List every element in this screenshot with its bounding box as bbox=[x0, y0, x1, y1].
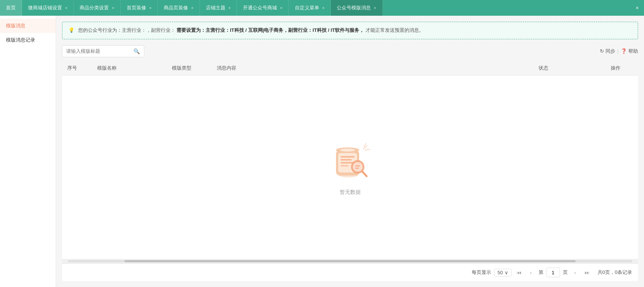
next-page-button[interactable]: › bbox=[571, 268, 580, 277]
sync-button[interactable]: ↻ 同步 bbox=[600, 48, 615, 55]
th-type: 模版类型 bbox=[167, 61, 212, 75]
nav-label-open-wechat-mall: 开通公众号商城 bbox=[243, 4, 277, 11]
info-banner-suffix: 才能正常发送预置的消息。 bbox=[366, 27, 424, 33]
info-banner-prefix: 您的公众号行业为：主营行业：，副营行业： bbox=[78, 27, 175, 33]
help-icon: ❓ bbox=[621, 48, 627, 54]
sync-label: 同步 bbox=[606, 48, 615, 55]
close-icon-custom-menu[interactable]: × bbox=[322, 6, 324, 10]
per-page-label: 每页显示 bbox=[472, 269, 491, 276]
page-unit: 页 bbox=[563, 269, 568, 276]
toolbar-left: 🔍 bbox=[62, 45, 144, 57]
search-input[interactable] bbox=[66, 48, 133, 54]
search-input-wrap[interactable]: 🔍 bbox=[62, 45, 144, 57]
sidebar-item-label-template-message-log: 模版消息记录 bbox=[6, 37, 35, 43]
sidebar-item-template-message-log[interactable]: 模版消息记录 bbox=[0, 33, 56, 47]
main-layout: 模版消息 模版消息记录 💡 您的公众号行业为：主营行业：，副营行业： 需要设置为… bbox=[0, 16, 644, 287]
data-table: 序号 模版名称 模版类型 消息内容 状态 操作 bbox=[62, 61, 638, 281]
close-icon-wechat-template[interactable]: × bbox=[374, 6, 376, 10]
info-banner-highlight: 需要设置为：主营行业：IT科技 / 互联网|电子商务，副营行业：IT科技 / I… bbox=[176, 27, 364, 33]
nav-label-wechat-template: 公众号模版消息 bbox=[337, 4, 371, 11]
th-name: 模版名称 bbox=[92, 61, 167, 75]
th-status: 状态 bbox=[533, 61, 593, 75]
toolbar-right: ↻ 同步 | ❓ 帮助 bbox=[600, 48, 638, 55]
total-info: 共0页，0条记录 bbox=[598, 269, 632, 276]
empty-illustration bbox=[328, 139, 373, 184]
nav-item-product-category[interactable]: 商品分类设置 × bbox=[74, 0, 120, 16]
pagination: 每页显示 50 ∨ ⏮ ‹ 第 页 › ⏭ bbox=[62, 263, 638, 281]
empty-state: 暂无数据 bbox=[328, 139, 373, 196]
content-area: 💡 您的公众号行业为：主营行业：，副营行业： 需要设置为：主营行业：IT科技 /… bbox=[56, 16, 644, 287]
nav-label-home: 首页 bbox=[6, 4, 16, 11]
per-page-select[interactable]: 50 ∨ bbox=[494, 269, 511, 277]
svg-rect-5 bbox=[341, 162, 353, 164]
help-label: 帮助 bbox=[628, 48, 638, 55]
sidebar-item-label-template-message: 模版消息 bbox=[6, 23, 25, 28]
svg-line-14 bbox=[363, 146, 367, 149]
svg-line-16 bbox=[364, 143, 366, 147]
nav-label-product-category: 商品分类设置 bbox=[80, 4, 109, 11]
scrollbar-track[interactable] bbox=[68, 260, 632, 262]
page-input[interactable] bbox=[546, 268, 560, 277]
svg-line-15 bbox=[365, 149, 370, 150]
close-icon-shop-theme[interactable]: × bbox=[228, 6, 231, 10]
per-page-value: 50 bbox=[497, 270, 503, 275]
per-page-chevron-icon: ∨ bbox=[505, 270, 508, 275]
nav-item-home-decor[interactable]: 首页装修 × bbox=[121, 0, 158, 16]
prev-page-icon: ‹ bbox=[530, 270, 531, 275]
close-icon-open-wechat-mall[interactable]: × bbox=[280, 6, 282, 10]
sidebar: 模版消息 模版消息记录 bbox=[0, 16, 56, 287]
close-icon-product-category[interactable]: × bbox=[112, 6, 114, 10]
svg-rect-3 bbox=[341, 156, 355, 158]
table-header: 序号 模版名称 模版类型 消息内容 状态 操作 bbox=[62, 61, 638, 76]
page-label: 第 bbox=[539, 269, 543, 276]
nav-item-wechat-template[interactable]: 公众号模版消息 × bbox=[331, 0, 382, 16]
svg-point-10 bbox=[353, 162, 363, 172]
close-icon-wshop-store[interactable]: × bbox=[65, 6, 67, 10]
toolbar-divider: | bbox=[617, 48, 619, 54]
first-page-button[interactable]: ⏮ bbox=[515, 268, 524, 277]
nav-item-shop-theme[interactable]: 店铺主题 × bbox=[200, 0, 237, 16]
th-action: 操作 bbox=[593, 61, 638, 75]
last-page-button[interactable]: ⏭ bbox=[583, 268, 592, 277]
nav-label-shop-theme: 店铺主题 bbox=[206, 4, 225, 11]
svg-point-8 bbox=[340, 149, 355, 152]
toolbar: 🔍 ↻ 同步 | ❓ 帮助 bbox=[62, 45, 638, 57]
nav-item-product-decor[interactable]: 商品页装修 × bbox=[158, 0, 200, 16]
svg-rect-6 bbox=[341, 165, 349, 167]
nav-label-custom-menu: 自定义菜单 bbox=[295, 4, 319, 11]
nav-item-home[interactable]: 首页 bbox=[0, 0, 22, 16]
nav-item-open-wechat-mall[interactable]: 开通公众号商城 × bbox=[237, 0, 289, 16]
prev-page-button[interactable]: ‹ bbox=[527, 268, 536, 277]
close-icon-home-decor[interactable]: × bbox=[149, 6, 151, 10]
last-page-icon: ⏭ bbox=[585, 270, 589, 275]
nav-label-home-decor: 首页装修 bbox=[127, 4, 146, 11]
nav-label-product-decor: 商品页装修 bbox=[164, 4, 188, 11]
svg-line-11 bbox=[362, 171, 367, 176]
svg-rect-12 bbox=[355, 165, 360, 167]
help-button[interactable]: ❓ 帮助 bbox=[621, 48, 638, 55]
close-all-icon: × bbox=[636, 5, 639, 11]
table-body: 暂无数据 bbox=[62, 76, 638, 259]
scrollbar-thumb[interactable] bbox=[124, 260, 576, 262]
svg-rect-4 bbox=[341, 159, 352, 161]
svg-rect-13 bbox=[355, 168, 359, 169]
nav-item-custom-menu[interactable]: 自定义菜单 × bbox=[289, 0, 331, 16]
sidebar-item-template-message[interactable]: 模版消息 bbox=[0, 19, 56, 33]
top-nav: 首页 微商城店铺设置 × 商品分类设置 × 首页装修 × 商品页装修 × 店铺主… bbox=[0, 0, 644, 16]
th-seq: 序号 bbox=[62, 61, 92, 75]
first-page-icon: ⏮ bbox=[517, 270, 521, 275]
close-icon-product-decor[interactable]: × bbox=[191, 6, 193, 10]
nav-label-wshop-store: 微商城店铺设置 bbox=[28, 4, 62, 11]
nav-item-wshop-store[interactable]: 微商城店铺设置 × bbox=[22, 0, 74, 16]
next-page-icon: › bbox=[574, 270, 576, 275]
sync-icon: ↻ bbox=[600, 48, 604, 54]
bulb-icon: 💡 bbox=[68, 27, 74, 33]
info-banner: 💡 您的公众号行业为：主营行业：，副营行业： 需要设置为：主营行业：IT科技 /… bbox=[62, 22, 638, 39]
scrollbar-row[interactable] bbox=[62, 259, 638, 263]
nav-spacer bbox=[383, 0, 631, 16]
th-content: 消息内容 bbox=[212, 61, 533, 75]
search-icon[interactable]: 🔍 bbox=[133, 48, 140, 54]
close-all-button[interactable]: × bbox=[631, 0, 644, 16]
empty-text: 暂无数据 bbox=[340, 189, 361, 196]
